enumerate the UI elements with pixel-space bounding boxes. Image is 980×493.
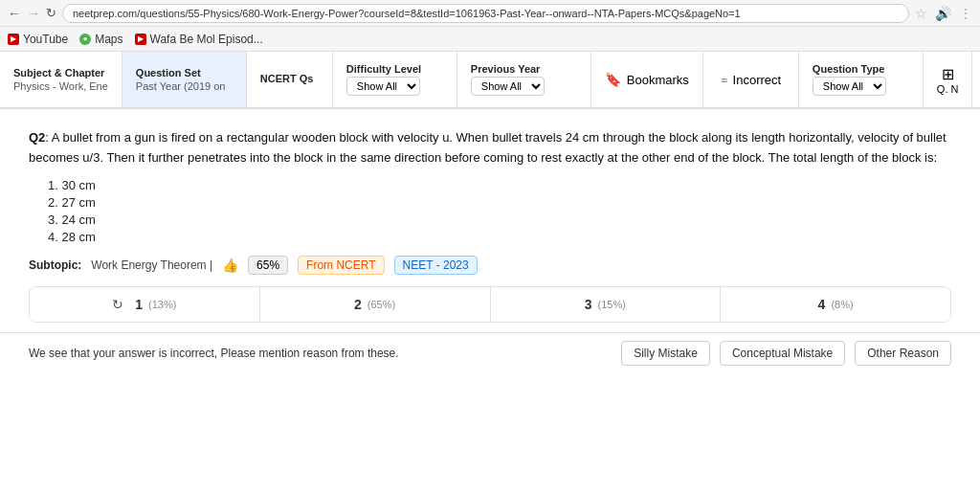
youtube-icon: ▶	[8, 34, 19, 45]
bookmark-youtube-label: YouTube	[23, 33, 68, 46]
bookmark-wafa[interactable]: ▶ Wafa Be Mol Episod...	[135, 33, 263, 46]
grid-icon: ⊞	[942, 65, 954, 83]
bookmark-maps-label: Maps	[95, 33, 122, 46]
thumbs-up-icon: 👍	[222, 258, 238, 273]
previous-year-select[interactable]: Show All	[471, 77, 545, 96]
reset-icon[interactable]: ↻	[112, 297, 123, 312]
subtopic-value: Work Energy Theorem |	[91, 258, 212, 272]
answer-num-2: 2	[354, 297, 362, 312]
filter-grid-view[interactable]: ⊞ Q. N	[924, 52, 973, 107]
answer-pct-1: (13%)	[148, 299, 176, 310]
grid-view-label: Q. N	[937, 83, 959, 95]
filter-question-set[interactable]: Question Set Past Year (2019 on	[122, 52, 247, 107]
exam-tag-badge: NEET - 2023	[394, 256, 478, 275]
bookmark-youtube[interactable]: ▶ YouTube	[8, 33, 68, 46]
silly-mistake-button[interactable]: Silly Mistake	[621, 341, 710, 366]
thumb-percent: 65%	[248, 256, 288, 275]
answer-pct-3: (15%)	[598, 299, 626, 310]
browser-top-bar: ← → ↻ neetprep.com/questions/55-Physics/…	[0, 0, 980, 27]
main-content: Q2: A bullet from a gun is fired on a re…	[0, 109, 980, 332]
video-icon: ▶	[135, 34, 146, 45]
answer-option-4[interactable]: 4 (8%)	[721, 287, 950, 322]
option-1[interactable]: 1. 30 cm	[48, 178, 951, 192]
previous-year-label: Previous Year	[471, 63, 577, 75]
question-set-label: Question Set	[136, 67, 233, 78]
option-3[interactable]: 3. 24 cm	[48, 213, 951, 227]
url-bar[interactable]: neetprep.com/questions/55-Physics/680-Wo…	[62, 4, 909, 23]
question-text: A bullet from a gun is fired on a rectan…	[29, 130, 947, 165]
speaker-icon[interactable]: 🔊	[935, 6, 951, 21]
bookmark-maps[interactable]: ● Maps	[79, 33, 122, 46]
bookmark-wafa-label: Wafa Be Mol Episod...	[150, 33, 263, 46]
answer-num-4: 4	[818, 297, 826, 312]
menu-icon[interactable]: ⋮	[959, 6, 972, 21]
answer-num-1: 1	[135, 297, 143, 312]
bottom-bar: We see that your answer is incorrect, Pl…	[0, 332, 980, 373]
conceptual-mistake-button[interactable]: Conceptual Mistake	[720, 341, 845, 366]
other-reason-button[interactable]: Other Reason	[855, 341, 951, 366]
filter-subject-chapter[interactable]: Subject & Chapter Physics - Work, Ene	[0, 52, 122, 107]
filter-bar: Subject & Chapter Physics - Work, Ene Qu…	[0, 52, 980, 109]
incorrect-label: Incorrect	[733, 73, 782, 87]
question-set-value: Past Year (2019 on	[136, 80, 233, 92]
filter-bookmarks[interactable]: 🔖 Bookmarks	[591, 52, 703, 107]
filter-question-type[interactable]: Question Type Show All	[799, 52, 924, 107]
answer-pct-4: (8%)	[831, 299, 853, 310]
incorrect-x-icon: ⩧	[721, 73, 727, 87]
bookmark-filter-icon: 🔖	[605, 72, 621, 87]
answer-pct-2: (65%)	[368, 299, 395, 310]
from-ncert-badge[interactable]: From NCERT	[298, 256, 384, 275]
question-type-select[interactable]: Show All	[813, 77, 886, 96]
subtopic-row: Subtopic: Work Energy Theorem | 👍 65% Fr…	[29, 256, 951, 275]
nav-icons[interactable]: ← → ↻	[8, 6, 56, 21]
answer-option-1[interactable]: ↻ 1 (13%)	[30, 287, 260, 322]
answer-bar: ↻ 1 (13%) 2 (65%) 3 (15%) 4 (8%)	[29, 286, 951, 323]
filter-ncert[interactable]: NCERT Qs	[247, 52, 333, 107]
subtopic-label: Subtopic:	[29, 258, 81, 272]
url-text: neetprep.com/questions/55-Physics/680-Wo…	[73, 8, 899, 19]
incorrect-message: We see that your answer is incorrect, Pl…	[29, 347, 612, 360]
filter-previous-year[interactable]: Previous Year Show All	[457, 52, 591, 107]
question-container: Q2: A bullet from a gun is fired on a re…	[29, 128, 951, 168]
reload-icon[interactable]: ↻	[46, 6, 56, 20]
answer-option-3[interactable]: 3 (15%)	[491, 287, 722, 322]
ncert-label: NCERT Qs	[260, 73, 319, 84]
option-2[interactable]: 2. 27 cm	[48, 195, 951, 210]
question-number: Q2	[29, 130, 45, 145]
difficulty-select[interactable]: Show All	[346, 77, 420, 96]
options-list: 1. 30 cm 2. 27 cm 3. 24 cm 4. 28 cm	[48, 178, 951, 244]
star-icon[interactable]: ☆	[915, 6, 927, 21]
option-4[interactable]: 4. 28 cm	[48, 230, 951, 244]
question-type-label: Question Type	[813, 63, 909, 75]
filter-difficulty[interactable]: Difficulty Level Show All	[333, 52, 457, 107]
bookmark-bar: ▶ YouTube ● Maps ▶ Wafa Be Mol Episod...	[0, 27, 980, 52]
subject-chapter-value: Physics - Work, Ene	[13, 80, 108, 92]
forward-icon[interactable]: →	[27, 6, 40, 21]
maps-icon: ●	[79, 34, 91, 45]
browser-actions: ☆ 🔊 ⋮	[915, 6, 972, 21]
answer-num-3: 3	[585, 297, 592, 312]
bookmarks-label: Bookmarks	[627, 73, 689, 87]
back-icon[interactable]: ←	[8, 6, 21, 21]
filter-incorrect[interactable]: ⩧ Incorrect	[703, 52, 799, 107]
difficulty-label: Difficulty Level	[346, 63, 443, 75]
answer-option-2[interactable]: 2 (65%)	[260, 287, 491, 322]
subject-chapter-label: Subject & Chapter	[13, 67, 108, 78]
